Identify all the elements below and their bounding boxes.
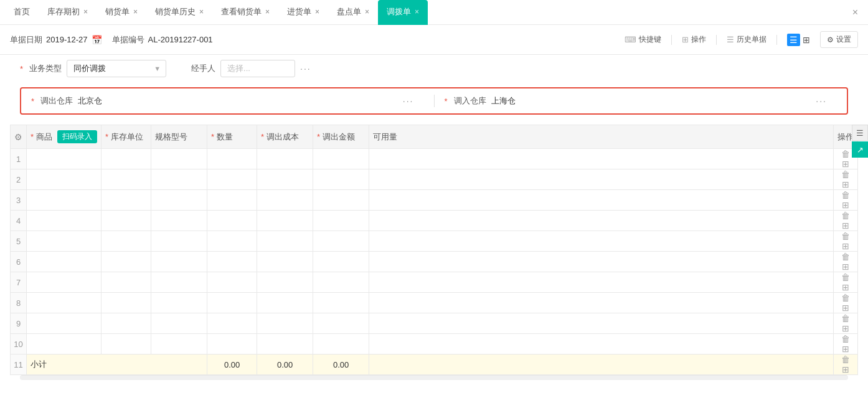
spec-cell[interactable] bbox=[151, 190, 207, 211]
business-type-select[interactable]: 同价调拨 ▼ bbox=[67, 60, 166, 77]
cost-cell[interactable] bbox=[257, 211, 313, 231]
amount-cell[interactable] bbox=[313, 190, 369, 211]
tab-close-icon[interactable]: × bbox=[133, 7, 138, 16]
operations-button[interactable]: ⊞ 操作 bbox=[682, 34, 706, 45]
cost-cell[interactable] bbox=[257, 190, 313, 211]
amount-cell[interactable] bbox=[313, 169, 369, 190]
delete-icon[interactable]: 🗑 bbox=[841, 293, 850, 303]
available-cell[interactable] bbox=[369, 313, 834, 334]
product-cell[interactable] bbox=[27, 313, 101, 334]
tab-close-icon[interactable]: × bbox=[83, 7, 88, 16]
delete-icon[interactable]: 🗑 bbox=[841, 211, 850, 221]
spec-cell[interactable] bbox=[151, 169, 207, 190]
copy-icon[interactable]: ⊞ bbox=[842, 303, 849, 313]
tab-purchase[interactable]: 进货单 × bbox=[278, 0, 328, 25]
tab-sales[interactable]: 销货单 × bbox=[97, 0, 146, 25]
available-cell[interactable] bbox=[369, 334, 834, 355]
qty-cell[interactable] bbox=[207, 211, 257, 231]
spec-cell[interactable] bbox=[151, 149, 207, 169]
warehouse-in-more-icon[interactable]: ··· bbox=[816, 96, 827, 106]
tab-sales-history[interactable]: 销货单历史 × bbox=[146, 0, 212, 25]
shortcuts-button[interactable]: ⌨ 快捷键 bbox=[625, 34, 661, 45]
tab-inventory-init[interactable]: 库存期初 × bbox=[39, 0, 97, 25]
product-cell[interactable] bbox=[27, 293, 101, 313]
history-button[interactable]: ☰ 历史单据 bbox=[727, 34, 767, 45]
amount-cell[interactable] bbox=[313, 272, 369, 293]
tab-close-icon[interactable]: × bbox=[265, 7, 270, 16]
cost-cell[interactable] bbox=[257, 293, 313, 313]
calendar-icon[interactable]: 📅 bbox=[92, 35, 102, 45]
tab-close-icon[interactable]: × bbox=[415, 7, 419, 16]
qty-cell[interactable] bbox=[207, 190, 257, 211]
amount-cell[interactable] bbox=[313, 211, 369, 231]
qty-cell[interactable] bbox=[207, 293, 257, 313]
copy-icon[interactable]: ⊞ bbox=[842, 282, 849, 292]
cost-cell[interactable] bbox=[257, 252, 313, 272]
copy-icon[interactable]: ⊞ bbox=[842, 364, 849, 374]
cost-cell[interactable] bbox=[257, 149, 313, 169]
cost-cell[interactable] bbox=[257, 334, 313, 355]
product-cell[interactable] bbox=[27, 252, 101, 272]
available-cell[interactable] bbox=[369, 231, 834, 252]
horizontal-scrollbar[interactable] bbox=[20, 375, 848, 380]
product-cell[interactable] bbox=[27, 169, 101, 190]
copy-icon[interactable]: ⊞ bbox=[842, 262, 849, 272]
tab-close-icon[interactable]: × bbox=[199, 7, 204, 16]
scan-input-button[interactable]: 扫码录入 bbox=[57, 130, 97, 143]
copy-icon[interactable]: ⊞ bbox=[842, 344, 849, 354]
gear-icon[interactable]: ⚙ bbox=[14, 132, 22, 142]
copy-icon[interactable]: ⊞ bbox=[842, 159, 849, 169]
right-panel-list-icon[interactable]: ☰ bbox=[852, 125, 868, 141]
copy-icon[interactable]: ⊞ bbox=[842, 179, 849, 189]
right-panel-export-icon[interactable]: ↗ bbox=[852, 141, 868, 158]
cost-cell[interactable] bbox=[257, 272, 313, 293]
unit-cell[interactable] bbox=[101, 190, 151, 211]
unit-cell[interactable] bbox=[101, 313, 151, 334]
copy-icon[interactable]: ⊞ bbox=[842, 221, 849, 231]
qty-cell[interactable] bbox=[207, 169, 257, 190]
spec-cell[interactable] bbox=[151, 272, 207, 293]
delete-icon[interactable]: 🗑 bbox=[841, 149, 850, 159]
close-all-button[interactable]: × bbox=[847, 7, 863, 18]
cost-cell[interactable] bbox=[257, 313, 313, 334]
qty-cell[interactable] bbox=[207, 334, 257, 355]
unit-cell[interactable] bbox=[101, 231, 151, 252]
delete-icon[interactable]: 🗑 bbox=[841, 355, 850, 364]
spec-cell[interactable] bbox=[151, 231, 207, 252]
amount-cell[interactable] bbox=[313, 293, 369, 313]
available-cell[interactable] bbox=[369, 190, 834, 211]
table-scroll[interactable]: ⚙ * 商品 扫码录入 * 库存单位 规格型号 bbox=[10, 125, 858, 375]
spec-cell[interactable] bbox=[151, 334, 207, 355]
cost-cell[interactable] bbox=[257, 169, 313, 190]
available-cell[interactable] bbox=[369, 252, 834, 272]
amount-cell[interactable] bbox=[313, 334, 369, 355]
copy-icon[interactable]: ⊞ bbox=[842, 241, 849, 251]
delete-icon[interactable]: 🗑 bbox=[841, 272, 850, 282]
product-cell[interactable] bbox=[27, 231, 101, 252]
available-cell[interactable] bbox=[369, 293, 834, 313]
delete-icon[interactable]: 🗑 bbox=[841, 313, 850, 323]
available-cell[interactable] bbox=[369, 211, 834, 231]
amount-cell[interactable] bbox=[313, 252, 369, 272]
unit-cell[interactable] bbox=[101, 149, 151, 169]
spec-cell[interactable] bbox=[151, 252, 207, 272]
person-input[interactable]: 选择... bbox=[220, 60, 295, 77]
person-more-icon[interactable]: ··· bbox=[300, 64, 311, 74]
product-cell[interactable] bbox=[27, 334, 101, 355]
tab-view-sales[interactable]: 查看销货单 × bbox=[212, 0, 278, 25]
tab-stocktake[interactable]: 盘点单 × bbox=[328, 0, 378, 25]
product-cell[interactable] bbox=[27, 272, 101, 293]
grid-view-icon[interactable]: ⊞ bbox=[803, 35, 810, 45]
delete-icon[interactable]: 🗑 bbox=[841, 190, 850, 200]
warehouse-out-more-icon[interactable]: ··· bbox=[403, 96, 414, 106]
list-view-icon[interactable]: ☰ bbox=[787, 34, 800, 46]
unit-cell[interactable] bbox=[101, 272, 151, 293]
delete-icon[interactable]: 🗑 bbox=[841, 169, 850, 179]
spec-cell[interactable] bbox=[151, 211, 207, 231]
product-cell[interactable] bbox=[27, 190, 101, 211]
copy-icon[interactable]: ⊞ bbox=[842, 323, 849, 333]
cost-cell[interactable] bbox=[257, 231, 313, 252]
available-cell[interactable] bbox=[369, 149, 834, 169]
unit-cell[interactable] bbox=[101, 211, 151, 231]
delete-icon[interactable]: 🗑 bbox=[841, 231, 850, 241]
